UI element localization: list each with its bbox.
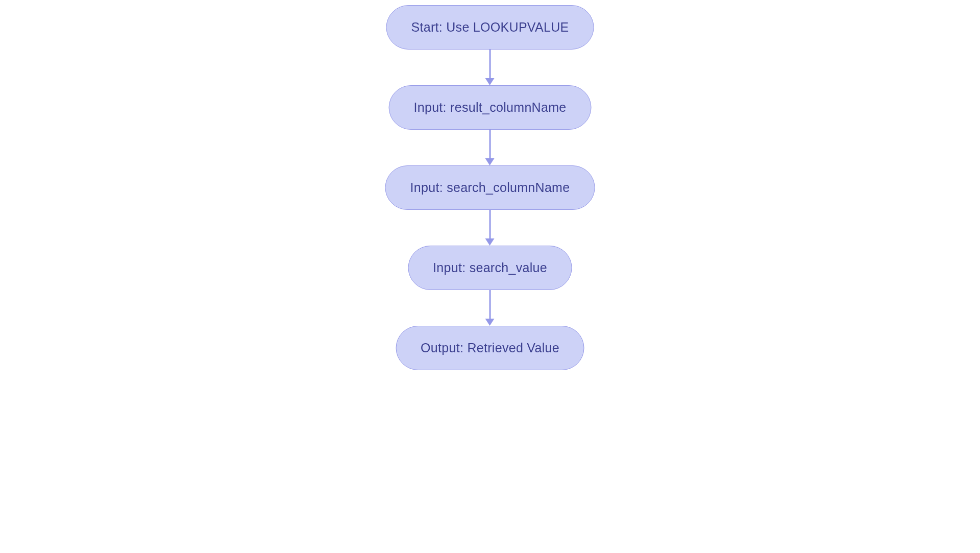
arrow-head-icon [485, 78, 495, 85]
flowchart-container: Start: Use LOOKUPVALUE Input: result_col… [385, 5, 595, 370]
flowchart-node-start: Start: Use LOOKUPVALUE [386, 5, 594, 50]
arrow-line [489, 210, 491, 239]
flowchart-node-input-search-value: Input: search_value [408, 246, 572, 290]
arrow-head-icon [485, 238, 495, 246]
arrow-line [489, 290, 491, 320]
flowchart-arrow [489, 130, 491, 165]
flowchart-arrow [489, 210, 491, 246]
arrow-head-icon [485, 319, 495, 326]
arrow-line [489, 130, 491, 159]
arrow-head-icon [485, 158, 495, 165]
flowchart-node-input-search-column: Input: search_columnName [385, 165, 595, 210]
flowchart-arrow [489, 50, 491, 85]
flowchart-node-output: Output: Retrieved Value [396, 326, 584, 370]
flowchart-arrow [489, 290, 491, 326]
flowchart-node-input-result: Input: result_columnName [388, 85, 591, 130]
arrow-line [489, 50, 491, 79]
